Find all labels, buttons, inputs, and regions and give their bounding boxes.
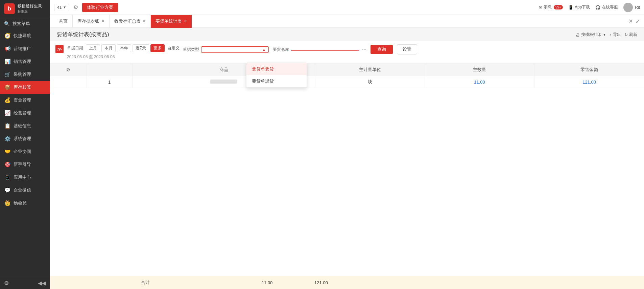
- search-icon: 🔍: [4, 21, 10, 26]
- sidebar-toggle-icon[interactable]: ◀◀: [38, 280, 46, 286]
- cell-qty[interactable]: 11.00: [425, 76, 534, 88]
- nav-icon-xietong: 🤝: [4, 149, 11, 155]
- filter-date-range: 2023-05-06 至 2023-06-06: [67, 54, 180, 60]
- date-custom-btn[interactable]: 自定义: [167, 45, 180, 51]
- cell-unit: 块: [315, 76, 425, 88]
- dropdown-item-yaohuo[interactable]: 要货单要货: [246, 63, 307, 75]
- chevron-down-icon: ▼: [63, 5, 66, 9]
- warehouse-label: 要货仓库: [273, 47, 289, 52]
- tab-yaohuo-close[interactable]: ✕: [184, 19, 187, 23]
- trial-button[interactable]: 体验行业方案: [82, 3, 118, 12]
- sidebar-item-xinshou[interactable]: 🎯 新手引导: [0, 158, 50, 171]
- cell-amount[interactable]: 121.00: [534, 76, 644, 88]
- sidebar-item-xiaoshou[interactable]: 📊 销售管理: [0, 55, 50, 68]
- sidebar-item-jichu[interactable]: 📋 基础信息: [0, 119, 50, 132]
- tab-kucun-pici[interactable]: 库存批次账 ✕: [73, 15, 110, 28]
- filter-date-buttons: 单据日期 上月 本月 本年 近7天 更多 自定义: [67, 44, 180, 52]
- date-btn-this-month[interactable]: 本月: [101, 44, 116, 52]
- avatar-name: Rit: [635, 5, 640, 10]
- tabs-bar: 首页 库存批次账 ✕ 收发存汇总表 ✕ 要货单统计表 ✕ ✕ ⤢: [50, 15, 644, 28]
- date-btn-this-year[interactable]: 本年: [117, 44, 131, 52]
- nav-icon-zijin: 💰: [4, 97, 11, 103]
- sidebar-item-qiye-xietong[interactable]: 🤝 企业协同: [0, 145, 50, 158]
- nav-label-xinshou: 新手引导: [14, 161, 31, 168]
- dropdown-item-tuihuo-label: 要货单退货: [252, 79, 274, 84]
- topbar-left: 41 ▼ ⚙ 体验行业方案: [54, 3, 539, 12]
- settings-icon: ⚙: [66, 67, 70, 72]
- print-button[interactable]: 🖨 按模板打印 ▼: [576, 32, 606, 38]
- sidebar-item-caigou[interactable]: 🛒 采购管理: [0, 68, 50, 81]
- sidebar-item-kucun[interactable]: 📦 库存核算: [0, 81, 50, 94]
- sidebar-item-kuaijie[interactable]: 🧭 快捷导航: [0, 29, 50, 42]
- sidebar-item-zijin[interactable]: 💰 资金管理: [0, 94, 50, 107]
- th-unit: 主计量单位: [315, 64, 425, 76]
- nav-icon-kucun: 📦: [4, 84, 11, 90]
- topbar-settings-icon[interactable]: ⚙: [72, 3, 79, 12]
- search-menu-label: 搜索菜单: [13, 21, 30, 27]
- message-action[interactable]: ✉ 消息 99+: [539, 4, 563, 10]
- dropdown-item-tuihuo[interactable]: 要货单退货: [246, 75, 307, 87]
- print-arrow-icon: ▼: [603, 33, 606, 37]
- app-download-action[interactable]: 📱 App下载: [568, 4, 590, 10]
- tab-shoufacun[interactable]: 收发存汇总表 ✕: [110, 15, 151, 28]
- version-select[interactable]: 41 ▼: [54, 4, 69, 11]
- page-content: 要货单统计表(按商品) 🖨 按模板打印 ▼ ↑ 导出 ↻ 刷新 ≫: [50, 28, 644, 289]
- nav-label-kuaijie: 快捷导航: [14, 33, 31, 39]
- refresh-button[interactable]: ↻ 刷新: [624, 32, 637, 38]
- nav-label-xiaoshou: 销售管理: [14, 59, 31, 65]
- brand-name: 畅捷通好生意: [18, 4, 42, 9]
- tab-yaohuo[interactable]: 要货单统计表 ✕: [151, 15, 192, 28]
- nav-icon-kuaijie: 🧭: [4, 33, 11, 39]
- sidebar-item-xitong[interactable]: ⚙️ 系统管理: [0, 132, 50, 145]
- avatar: [623, 3, 633, 12]
- nav-icon-xiaoshou: 📊: [4, 59, 11, 65]
- th-amount: 零售金额: [534, 64, 644, 76]
- topbar-right: ✉ 消息 99+ 📱 App下载 🎧 在线客服 Rit: [539, 3, 640, 12]
- tab-home[interactable]: 首页: [54, 15, 73, 28]
- search-menu[interactable]: 🔍 搜索菜单: [0, 18, 50, 29]
- sidebar-item-huiyuan[interactable]: 👑 畅会员: [0, 197, 50, 209]
- tab-shoufacun-close[interactable]: ✕: [143, 19, 146, 23]
- nav-label-xitong: 系统管理: [14, 136, 31, 142]
- table-container: ⚙ 商品 主计量单位 主数量 零售金额 1: [50, 64, 644, 276]
- query-button[interactable]: 查询: [371, 45, 393, 54]
- footer-qty: 11.00: [247, 280, 287, 285]
- type-select[interactable]: ▲: [201, 46, 269, 53]
- warehouse-input[interactable]: [291, 48, 359, 51]
- message-icon: ✉: [539, 5, 542, 10]
- table-footer: 合计 11.00 121.00: [50, 276, 644, 289]
- sidebar-nav: 🧭 快捷导航 📢 营销推广 📊 销售管理 🛒 采购管理 📦 库存核算 💰 资金管…: [0, 29, 50, 277]
- brand-sub: 标准版: [18, 9, 42, 14]
- data-table: ⚙ 商品 主计量单位 主数量 零售金额 1: [50, 64, 644, 88]
- sidebar-item-yingxiao[interactable]: 📢 营销推广: [0, 42, 50, 55]
- more-filters-icon[interactable]: ···: [362, 46, 366, 52]
- nav-icon-huiyuan: 👑: [4, 200, 11, 206]
- date-btn-more[interactable]: 更多: [150, 44, 165, 52]
- online-service-label: 在线客服: [602, 4, 618, 10]
- window-restore-icon[interactable]: ⤢: [636, 18, 640, 24]
- sidebar-item-jingying[interactable]: 📈 经营管理: [0, 107, 50, 119]
- settings-icon[interactable]: ⚙: [4, 280, 9, 286]
- date-btn-7days[interactable]: 近7天: [133, 44, 149, 52]
- tab-kucun-pici-close[interactable]: ✕: [101, 19, 104, 23]
- nav-icon-xinshou: 🎯: [4, 161, 11, 168]
- tab-kucun-pici-label: 库存批次账: [77, 18, 99, 24]
- sidebar-item-weixin[interactable]: 💬 企业微信: [0, 184, 50, 197]
- sidebar-item-yingyong[interactable]: 📱 应用中心: [0, 171, 50, 184]
- dropdown-item-yaohuo-label: 要货单要货: [252, 66, 274, 71]
- sidebar-logo: b 畅捷通好生意 标准版: [0, 0, 50, 18]
- filter-expand-button[interactable]: ≫: [55, 45, 64, 53]
- export-button[interactable]: ↑ 导出: [610, 32, 621, 38]
- page-header: 要货单统计表(按商品) 🖨 按模板打印 ▼ ↑ 导出 ↻ 刷新: [50, 28, 644, 41]
- window-controls: ✕ ⤢: [628, 18, 640, 24]
- nav-label-zijin: 资金管理: [14, 97, 31, 103]
- online-service-action[interactable]: 🎧 在线客服: [595, 4, 618, 10]
- nav-label-huiyuan: 畅会员: [14, 200, 27, 206]
- tab-home-label: 首页: [59, 18, 68, 24]
- type-dropdown: 要货单要货 要货单退货: [246, 63, 307, 88]
- th-settings[interactable]: ⚙: [50, 64, 87, 76]
- window-close-icon[interactable]: ✕: [628, 18, 633, 24]
- user-area[interactable]: Rit: [623, 3, 640, 12]
- set-button[interactable]: 设置: [397, 44, 417, 54]
- date-btn-last-month[interactable]: 上月: [86, 44, 100, 52]
